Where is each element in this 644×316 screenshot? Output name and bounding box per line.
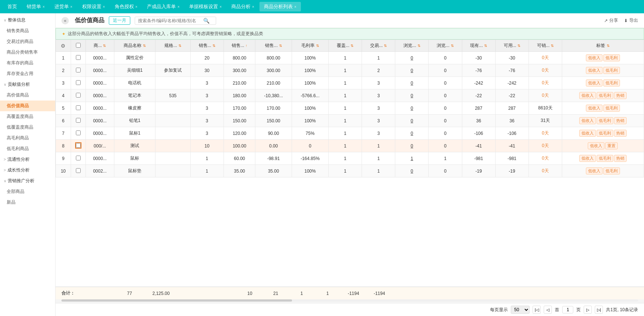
col-view2[interactable]: 浏览... ⇅ <box>429 40 462 52</box>
row-select-checkbox[interactable] <box>76 55 81 60</box>
row-view1[interactable]: 0 <box>395 89 429 102</box>
row-checkbox[interactable] <box>71 52 85 64</box>
row-select-checkbox[interactable] <box>76 80 81 85</box>
next-page-button[interactable]: ▷ <box>584 306 592 314</box>
page-number-input[interactable] <box>562 306 573 313</box>
table-wrapper[interactable]: ⚙ 商... ⇅ 商品名称 ⇅ 规格... ⇅ 销售... ⇅ 销售... ↑ … <box>56 40 644 286</box>
nav-role-auth[interactable]: 角色授权 × <box>110 2 142 11</box>
gear-icon[interactable]: ⚙ <box>61 43 66 49</box>
col-id[interactable]: 商... ⇅ <box>85 40 114 52</box>
first-page-button[interactable]: |◁ <box>533 306 541 314</box>
sidebar-item-sales-goods[interactable]: 销售类商品 <box>0 26 55 36</box>
col-coverage[interactable]: 覆盖... ⇅ <box>329 40 362 52</box>
nav-close-icon[interactable]: × <box>43 5 45 9</box>
sidebar-item-low-value[interactable]: 低价值商品 <box>0 101 55 111</box>
collapse-sidebar-button[interactable]: « <box>61 17 69 24</box>
col-name[interactable]: 商品名称 ⇅ <box>114 40 155 52</box>
sidebar-group-liquidity[interactable]: > 流通性分析 <box>0 154 55 165</box>
row-select-checkbox[interactable] <box>76 68 81 72</box>
col-sale-qty[interactable]: 销售... ⇅ <box>190 40 224 52</box>
prev-page-button[interactable]: ◁ <box>544 306 552 314</box>
row-checkbox[interactable] <box>71 102 85 115</box>
view1-link[interactable]: 0 <box>411 93 413 98</box>
nav-close-icon[interactable]: × <box>70 5 73 9</box>
sidebar-group-overall[interactable]: ∨ 整体信息 <box>0 15 55 26</box>
row-view1[interactable]: 0 <box>395 102 429 115</box>
nav-close-icon[interactable]: × <box>103 5 105 9</box>
col-sale-income[interactable]: 销售... ⇅ <box>255 40 292 52</box>
row-select-checkbox[interactable] <box>76 156 81 160</box>
nav-template-settings[interactable]: 单据模板设置 × <box>185 2 226 11</box>
period-button[interactable]: 近一月 <box>109 16 130 25</box>
view1-link[interactable]: 1 <box>411 156 413 161</box>
row-checkbox[interactable] <box>71 165 85 177</box>
col-gear[interactable]: ⚙ <box>56 40 71 52</box>
row-view1[interactable]: 0 <box>395 127 429 140</box>
view1-link[interactable]: 0 <box>411 131 413 136</box>
nav-home[interactable]: 首页 <box>3 2 21 11</box>
sidebar-group-marketing[interactable]: ∨ 营销推广分析 <box>0 176 55 186</box>
row-view1[interactable]: 0 <box>395 52 429 64</box>
search-input[interactable] <box>138 18 201 23</box>
per-page-select[interactable]: 50 100 200 <box>511 306 530 314</box>
select-all-checkbox[interactable] <box>76 43 81 48</box>
col-sale-price[interactable]: 销售... ↑ <box>224 40 255 52</box>
sidebar-item-high-value[interactable]: 高价值商品 <box>0 90 55 101</box>
sidebar-group-growth[interactable]: > 成长性分析 <box>0 165 55 176</box>
row-checkbox[interactable] <box>71 140 85 152</box>
nav-close-icon[interactable]: × <box>219 5 222 9</box>
col-available[interactable]: 可用... ⇅ <box>495 40 529 52</box>
row-checkbox[interactable] <box>71 127 85 140</box>
col-sellable[interactable]: 可销... ⇅ <box>529 40 562 52</box>
col-current[interactable]: 现有... ⇅ <box>462 40 495 52</box>
export-button[interactable]: ⬇ 导出 <box>624 17 638 24</box>
nav-close-icon[interactable]: × <box>135 5 138 9</box>
row-select-checkbox[interactable] <box>76 168 81 173</box>
col-spec[interactable]: 规格... ⇅ <box>155 40 190 52</box>
share-button[interactable]: ↗ 分享 <box>604 17 618 24</box>
nav-permissions[interactable]: 权限设置 × <box>78 2 110 11</box>
nav-sales-order[interactable]: 销货单 × <box>22 2 49 11</box>
row-checkbox[interactable] <box>71 89 85 102</box>
sidebar-item-stock-goods[interactable]: 有库存的商品 <box>0 58 55 68</box>
row-select-checkbox[interactable] <box>76 105 81 110</box>
nav-product-analysis[interactable]: 商品分析 × <box>227 2 259 11</box>
col-view1[interactable]: 浏览... ⇅ <box>395 40 429 52</box>
nav-close-icon[interactable]: × <box>252 5 254 9</box>
sidebar-item-all-goods[interactable]: 全部商品 <box>0 186 55 197</box>
sidebar-item-traded-goods[interactable]: 交易过的商品 <box>0 36 55 47</box>
row-view1[interactable]: 0 <box>395 165 429 177</box>
view1-link[interactable]: 0 <box>411 169 413 174</box>
nav-close-icon[interactable]: × <box>177 5 180 9</box>
row-checkbox[interactable] <box>71 115 85 127</box>
sidebar-item-category-sales[interactable]: 商品分类销售率 <box>0 47 55 58</box>
view1-link[interactable]: 0 <box>411 81 413 86</box>
nav-close-icon[interactable]: × <box>294 5 296 9</box>
sidebar-item-new-goods[interactable]: 新品 <box>0 197 55 208</box>
scrollbar-thumb[interactable] <box>61 299 292 302</box>
row-checkbox[interactable] <box>71 64 85 77</box>
row-select-checkbox[interactable] <box>76 130 81 135</box>
scrollbar-track[interactable] <box>61 299 638 302</box>
row-checkbox[interactable] <box>71 152 85 165</box>
sidebar-item-low-margin[interactable]: 低毛利商品 <box>0 143 55 154</box>
view1-link[interactable]: 0 <box>411 143 413 149</box>
row-select-checkbox[interactable] <box>76 93 81 98</box>
sidebar-item-high-coverage[interactable]: 高覆盖度商品 <box>0 111 55 122</box>
row-view1[interactable]: 0 <box>395 77 429 89</box>
row-select-checkbox[interactable] <box>76 143 81 148</box>
sidebar-item-stock-capital[interactable]: 库存资金占用 <box>0 68 55 79</box>
search-icon[interactable]: 🔍 <box>203 18 209 24</box>
nav-product-analysis-list[interactable]: 商品分析列表 × <box>259 2 301 11</box>
last-page-button[interactable]: ▷| <box>595 306 603 314</box>
sidebar-group-contribution[interactable]: ∨ 贡献值分析 <box>0 79 55 90</box>
view1-link[interactable]: 0 <box>411 106 413 111</box>
col-tags[interactable]: 标签 ⇅ <box>562 40 644 52</box>
sidebar-item-high-margin[interactable]: 高毛利商品 <box>0 133 55 143</box>
col-trade[interactable]: 交易... ⇅ <box>362 40 395 52</box>
view1-link[interactable]: 0 <box>411 118 413 123</box>
nav-purchase-order[interactable]: 进货单 × <box>50 2 77 11</box>
row-checkbox[interactable] <box>71 77 85 89</box>
view1-link[interactable]: 0 <box>411 68 413 73</box>
row-view1[interactable]: 0 <box>395 64 429 77</box>
